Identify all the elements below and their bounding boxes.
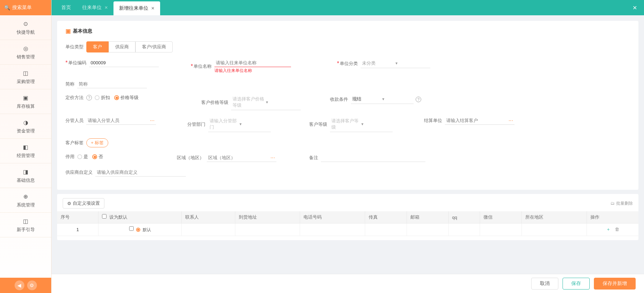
payment-terms-select[interactable]: 现结 ▾ [351, 95, 414, 104]
payment-help-icon[interactable]: ? [416, 97, 421, 102]
unit-category-select[interactable]: 未分类 ▾ [361, 59, 430, 68]
disabled-label: 停用 [65, 154, 74, 160]
manager-input[interactable] [86, 116, 149, 124]
bulk-delete-icon: 🗂 [611, 201, 615, 206]
disabled-no-circle [92, 154, 97, 159]
add-row-btn[interactable]: ＋ [606, 227, 611, 232]
sidebar-settings-btn[interactable]: ⚙ [27, 280, 37, 290]
tab-home[interactable]: 首页 [56, 0, 77, 15]
unit-name-input[interactable] [214, 59, 291, 67]
unit-type-customer-btn[interactable]: 客户 [86, 41, 109, 52]
region-dots-btn[interactable]: ··· [269, 155, 276, 161]
disabled-region-row: 停用 是 否 [65, 154, 630, 162]
tab-partner-list-close[interactable]: ✕ [104, 5, 108, 10]
cell-fax [365, 223, 407, 236]
unit-type-supplier-btn[interactable]: 供应商 [109, 41, 135, 52]
short-name-label: 简称 [65, 81, 74, 87]
customer-price-level-field: 客户价格等级 请选择客户价格等级 ▾ [201, 95, 320, 110]
cell-action: ＋ 🗑 [587, 223, 638, 236]
supplier-custom-input[interactable] [95, 168, 186, 177]
sidebar-item-inventory[interactable]: ▣ 库存核算 [0, 89, 51, 114]
sidebar-label-sales: 销售管理 [17, 54, 35, 60]
basic-info-card: ▣ 基本信息 单位类型 客户 供应商 客户/供应商 * [57, 21, 638, 190]
cell-region [522, 223, 587, 236]
search-icon: 🔍 [4, 5, 10, 10]
customer-tag-row: 客户标签 + 标签 [65, 138, 630, 147]
sidebar-item-purchase[interactable]: ◫ 采购管理 [0, 65, 51, 89]
customer-level-select[interactable]: 请选择客户等级 ▾ [330, 116, 393, 132]
pricing-method-field: 定价方法 ? 折扣 价格等级 [65, 95, 191, 101]
basic-icon: ◨ [22, 168, 30, 176]
custom-settings-icon: ⚙ [67, 201, 71, 206]
pricing-level-radio[interactable]: 价格等级 [114, 95, 139, 101]
sidebar-item-quick-nav[interactable]: ⊙ 快捷导航 [0, 15, 51, 40]
cell-seq: 1 [57, 223, 99, 236]
unit-name-label: 单位名称 [194, 63, 212, 70]
save-and-new-button[interactable]: 保存并新增 [594, 278, 636, 290]
unit-code-input[interactable] [89, 59, 159, 67]
tab-partner-list[interactable]: 往来单位 ✕ [77, 0, 113, 15]
customer-price-level-arrow: ▾ [266, 100, 299, 105]
delete-row-btn[interactable]: 🗑 [615, 227, 619, 232]
select-all-checkbox[interactable] [102, 214, 107, 219]
settlement-dots-btn[interactable]: ··· [507, 117, 515, 124]
tab-new-partner[interactable]: 新增往来单位 ✕ [113, 1, 160, 15]
sidebar-label-biz: 经营管理 [17, 153, 35, 159]
save-button[interactable]: 保存 [563, 278, 590, 290]
sidebar-item-newguide[interactable]: ◫ 新手引导 [0, 213, 51, 237]
sidebar-collapse-btn[interactable]: ◀ [15, 280, 24, 290]
customer-level-placeholder: 请选择客户等级 [331, 118, 361, 130]
disabled-no-radio[interactable]: 否 [92, 154, 103, 160]
sidebar-item-finance[interactable]: ◑ 资金管理 [0, 114, 51, 139]
disabled-no-inner [94, 156, 96, 158]
cell-qq [448, 223, 480, 236]
pricing-radio-group: 折扣 价格等级 [95, 95, 139, 101]
default-radio[interactable]: 默认 [136, 227, 151, 233]
window-close-btn[interactable]: ✕ [630, 3, 640, 13]
cell-address [235, 223, 300, 236]
add-tag-btn[interactable]: + 标签 [86, 138, 108, 147]
supplier-custom-field: 供应商自定义 [65, 168, 205, 177]
sales-icon: ◎ [22, 44, 30, 52]
cell-default: 默认 [99, 223, 182, 236]
col-action: 操作 [587, 211, 638, 223]
unit-type-both-btn[interactable]: 客户/供应商 [135, 41, 173, 52]
custom-settings-btn[interactable]: ⚙ 自定义项设置 [63, 198, 104, 209]
row-checkbox[interactable] [129, 226, 134, 231]
settlement-input[interactable] [445, 116, 507, 124]
unit-code-field: * 单位编码 [65, 59, 177, 67]
col-phone: 电话号码 [300, 211, 365, 223]
sidebar-item-biz[interactable]: ◧ 经营管理 [0, 139, 51, 163]
sidebar-item-system[interactable]: ⊕ 系统管理 [0, 188, 51, 213]
remarks-input[interactable] [321, 154, 425, 162]
bulk-delete-btn[interactable]: 🗂 批量删除 [611, 201, 633, 206]
pricing-discount-radio[interactable]: 折扣 [95, 95, 110, 101]
pricing-help-icon[interactable]: ? [86, 95, 92, 100]
region-input[interactable] [207, 154, 269, 162]
col-default: 设为默认 [99, 211, 182, 223]
region-input-wrapper: ··· [207, 154, 276, 162]
pricing-level-label: 价格等级 [120, 95, 139, 101]
manager-dots-btn[interactable]: ··· [149, 117, 156, 124]
action-bar: 取消 保存 保存并新增 [52, 274, 644, 293]
dept-label: 分管部门 [187, 121, 205, 128]
customer-price-level-select[interactable]: 请选择客户价格等级 ▾ [231, 95, 301, 110]
dept-select[interactable]: 请输入分管部门 ▾ [208, 116, 271, 132]
col-region: 所在地区 [522, 211, 587, 223]
disabled-yes-radio[interactable]: 是 [77, 154, 88, 160]
sidebar-item-sales[interactable]: ◎ 销售管理 [0, 40, 51, 65]
main-area: 首页 往来单位 ✕ 新增往来单位 ✕ ✕ ▣ 基本信息 单位类型 客户 [52, 0, 644, 293]
tab-new-partner-close[interactable]: ✕ [151, 6, 155, 11]
pricing-row: 定价方法 ? 折扣 价格等级 [65, 95, 630, 110]
tab-home-label: 首页 [61, 5, 71, 11]
sidebar-label-inventory: 库存核算 [17, 103, 35, 109]
sidebar-search[interactable]: 🔍 搜索菜单 [0, 0, 51, 15]
unit-name-field: * 单位名称 请输入往来单位名称 [191, 59, 323, 74]
short-name-input[interactable] [77, 80, 147, 88]
sidebar-item-basic[interactable]: ◨ 基础信息 [0, 163, 51, 188]
finance-icon: ◑ [22, 118, 30, 127]
cancel-button[interactable]: 取消 [531, 278, 558, 290]
settlement-label: 结算单位 [424, 117, 442, 124]
settlement-input-wrapper: ··· [445, 116, 515, 125]
sidebar-label-purchase: 采购管理 [17, 79, 35, 85]
